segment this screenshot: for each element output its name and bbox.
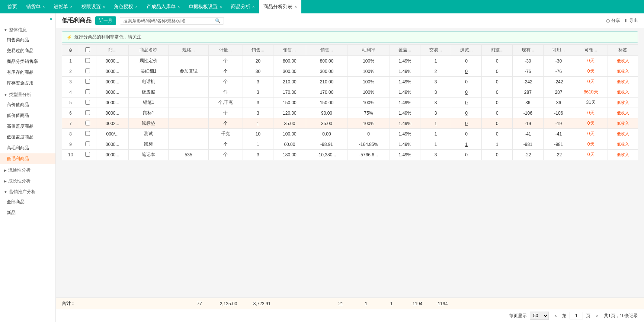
nav-template[interactable]: 单据模板设置 × <box>184 0 226 13</box>
row-view1[interactable]: 0 <box>451 66 482 77</box>
sidebar-item-new-goods[interactable]: 新品 <box>0 207 55 218</box>
col-trade[interactable]: 交易... <box>420 45 451 56</box>
row-checkbox[interactable] <box>85 141 90 146</box>
row-checkbox[interactable] <box>85 100 90 105</box>
view1-link[interactable]: 0 <box>465 69 468 74</box>
sidebar-item-instock-goods[interactable]: 有库存的商品 <box>0 67 55 78</box>
sidebar-item-low-value[interactable]: 低价值商品 <box>0 110 55 121</box>
row-checkbox[interactable] <box>85 121 90 125</box>
sidebar-item-all-goods[interactable]: 全部商品 <box>0 197 55 207</box>
row-checkbox[interactable] <box>85 89 90 94</box>
row-view1[interactable]: 0 <box>451 150 482 160</box>
row-check[interactable] <box>79 66 96 77</box>
col-spec[interactable]: 规格... <box>169 45 208 56</box>
col-view2[interactable]: 浏览... <box>482 45 513 56</box>
row-checkbox[interactable] <box>85 68 90 73</box>
sidebar-group-marketing[interactable]: ▼ 营销推广分析 <box>0 186 55 197</box>
col-stock-avail[interactable]: 可用... <box>543 45 574 56</box>
col-sales-qty[interactable]: 销售... <box>243 45 273 56</box>
sidebar-group-type[interactable]: ▼ 类型量分析 <box>0 89 55 99</box>
row-check[interactable] <box>79 108 96 118</box>
data-table-container[interactable]: ⚙ 商... 商品名称 规格... 计量... 销售... 销售... 销售..… <box>62 44 638 297</box>
sidebar-collapse-btn[interactable]: « <box>49 16 52 22</box>
sidebar-item-category-rate[interactable]: 商品分类销售率 <box>0 56 55 67</box>
col-code[interactable]: 商... <box>96 45 128 56</box>
col-name[interactable]: 商品名称 <box>129 45 169 56</box>
sidebar-item-low-coverage[interactable]: 低覆盖度商品 <box>0 132 55 143</box>
row-check[interactable] <box>79 98 96 108</box>
search-box[interactable]: 🔍 <box>120 17 224 25</box>
per-page-select[interactable]: 50 20 100 <box>530 312 549 320</box>
row-view1[interactable]: 0 <box>451 108 482 118</box>
export-btn[interactable]: ⬆ 导出 <box>624 17 638 24</box>
row-view1[interactable]: 0 <box>451 129 482 139</box>
select-all-checkbox[interactable] <box>85 47 90 52</box>
view1-link[interactable]: 0 <box>465 152 468 157</box>
sidebar-item-high-coverage[interactable]: 高覆盖度商品 <box>0 121 55 132</box>
sidebar-item-traded-goods[interactable]: 交易过的商品 <box>0 45 55 56</box>
sidebar-item-sales-goods[interactable]: 销售类商品 <box>0 35 55 45</box>
search-input[interactable] <box>123 18 215 23</box>
col-view1[interactable]: 浏览... <box>451 45 482 56</box>
row-view1[interactable]: 0 <box>451 87 482 98</box>
view1-link[interactable]: 0 <box>465 131 468 137</box>
col-settings[interactable]: ⚙ <box>62 45 79 56</box>
prev-page-btn[interactable]: ＜ <box>552 312 559 320</box>
row-checkbox[interactable] <box>85 110 90 115</box>
row-check[interactable] <box>79 118 96 129</box>
row-checkbox[interactable] <box>85 131 90 136</box>
col-sales-profit[interactable]: 销售... <box>306 45 347 56</box>
row-margin-rate: 100% <box>347 56 390 66</box>
nav-role[interactable]: 角色授权 × <box>109 0 142 13</box>
col-unit[interactable]: 计量... <box>208 45 243 56</box>
nav-product-stock[interactable]: 产成品入库单 × <box>142 0 184 13</box>
col-stock-now[interactable]: 现有... <box>513 45 544 56</box>
row-check[interactable] <box>79 150 96 160</box>
view1-link[interactable]: 0 <box>465 121 468 126</box>
nav-sales[interactable]: 销货单 × <box>22 0 49 13</box>
row-checkbox[interactable] <box>85 58 90 63</box>
view1-link[interactable]: 0 <box>465 79 468 85</box>
col-tag[interactable]: 标签 <box>608 45 638 56</box>
row-view2: 1 <box>482 139 513 150</box>
col-stock-sell[interactable]: 可销... <box>574 45 608 56</box>
row-check[interactable] <box>79 139 96 150</box>
row-check[interactable] <box>79 77 96 87</box>
view1-link[interactable]: 0 <box>465 58 468 64</box>
nav-goods-analysis[interactable]: 商品分析 × <box>227 0 259 13</box>
row-view1[interactable]: 0 <box>451 77 482 87</box>
row-check[interactable] <box>79 87 96 98</box>
view1-link[interactable]: 1 <box>465 142 468 147</box>
sidebar-group-flow[interactable]: ▶ 流通性分析 <box>0 164 55 175</box>
col-check[interactable] <box>79 45 96 56</box>
next-page-btn[interactable]: ＞ <box>593 312 601 320</box>
row-view1[interactable]: 0 <box>451 118 482 129</box>
current-page-input[interactable] <box>570 312 583 319</box>
share-btn[interactable]: ⬡ 分享 <box>606 17 620 24</box>
view1-link[interactable]: 0 <box>465 100 468 105</box>
row-view1[interactable]: 0 <box>451 56 482 66</box>
view1-link[interactable]: 0 <box>465 111 468 116</box>
sidebar-item-stock-capital[interactable]: 库存资金占用 <box>0 78 55 89</box>
nav-purchase[interactable]: 进货单 × <box>49 0 77 13</box>
nav-home[interactable]: 首页 <box>3 0 22 13</box>
col-sales-price[interactable]: 销售... <box>273 45 306 56</box>
sidebar-group-growth[interactable]: ▶ 成长性分析 <box>0 175 55 186</box>
sidebar-item-high-value[interactable]: 高价值商品 <box>0 99 55 110</box>
row-tag: 低收入 <box>608 66 638 77</box>
sidebar-group-overall[interactable]: ▼ 整体信息 <box>0 24 55 35</box>
date-filter-btn[interactable]: 近一月 <box>95 16 116 25</box>
row-check[interactable] <box>79 129 96 139</box>
row-view1[interactable]: 1 <box>451 139 482 150</box>
nav-goods-analysis-list[interactable]: 商品分析列表 × <box>259 0 301 13</box>
row-checkbox[interactable] <box>85 152 90 157</box>
sidebar-item-high-margin[interactable]: 高毛利商品 <box>0 143 55 153</box>
view1-link[interactable]: 0 <box>465 90 468 95</box>
sidebar-item-low-margin[interactable]: 低毛利商品 <box>0 153 55 164</box>
nav-permission[interactable]: 权限设置 × <box>77 0 109 13</box>
row-check[interactable] <box>79 56 96 66</box>
row-view1[interactable]: 0 <box>451 98 482 108</box>
row-checkbox[interactable] <box>85 79 90 84</box>
col-cover[interactable]: 覆盖... <box>390 45 420 56</box>
col-margin-rate[interactable]: 毛利率 <box>347 45 390 56</box>
